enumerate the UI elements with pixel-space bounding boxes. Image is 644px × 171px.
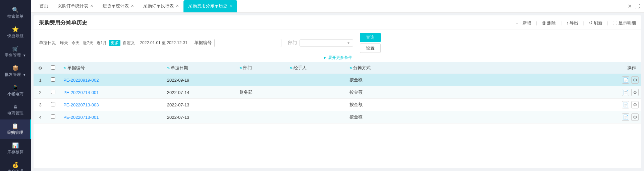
doc-no-link[interactable]: PE-20220714-001	[63, 90, 99, 95]
date-range-display: 2022-01-01 至 2022-12-31	[140, 40, 187, 46]
handler-cell	[286, 111, 345, 123]
date-filter-label: 单据日期	[39, 40, 56, 46]
page-header: 采购费用分摊单历史 ＋ + 新增 | 🗑 删除 | ↑ 导出 | ↺	[34, 15, 641, 29]
doc-no-input[interactable]	[214, 39, 281, 47]
purchase-icon: 📋	[1, 123, 29, 129]
doc-no-link[interactable]: PE-20220713-003	[63, 102, 99, 107]
handler-cell	[286, 74, 345, 86]
doc-date-cell: 2022-09-19	[163, 74, 235, 86]
doc-date-cell: 2022-07-14	[163, 86, 235, 99]
table-row: 2 PE-20220714-001 2022-07-14 财务部 按金额 📄 ⚙	[34, 86, 641, 99]
row-checkbox-cell[interactable]	[47, 86, 59, 99]
handler-cell	[286, 86, 345, 99]
row-num-cell: 3	[34, 99, 47, 111]
view-icon[interactable]: 📄	[622, 113, 629, 121]
shortcut-custom[interactable]: 自定义	[122, 40, 136, 46]
view-icon[interactable]: 📄	[622, 89, 629, 96]
export-button[interactable]: ↑ 导出	[567, 20, 579, 26]
col-doc-no[interactable]: ⇅ 单据编号	[59, 62, 163, 74]
sort-icon: ⇅	[239, 66, 242, 70]
more-ops-icon[interactable]: ⚙	[631, 101, 639, 108]
tab-goods-receipt-stats[interactable]: 进货单统计表 ✕	[98, 0, 139, 12]
export-icon: ↑	[567, 20, 569, 25]
shortcut-7days[interactable]: 近7天	[82, 40, 94, 46]
shortcut-today[interactable]: 今天	[70, 40, 80, 46]
sidebar-item-ecommerce[interactable]: 🖥 电商管理	[0, 100, 31, 119]
expand-more-btn[interactable]: ▼ 展开更多条件	[39, 55, 636, 61]
doc-no-link[interactable]: PE-20220713-001	[63, 115, 99, 120]
sidebar-item-miniapp[interactable]: 📱 小畅电商	[0, 81, 31, 100]
sidebar-item-wholesale[interactable]: 📦 批发管理 ▼	[0, 62, 31, 81]
row-checkbox[interactable]	[51, 90, 55, 94]
add-button[interactable]: ＋ + 新增	[515, 20, 531, 26]
sidebar-item-search[interactable]: 🔍 搜索菜单	[0, 3, 31, 23]
col-handler[interactable]: ⇅ 经手人	[286, 62, 345, 74]
sort-icon: ⇅	[63, 66, 66, 70]
tab-purchase-fee-history[interactable]: 采购费用分摊单历史 ✕	[183, 0, 237, 12]
col-doc-date[interactable]: ⇅ 单据日期	[163, 62, 235, 74]
tab-purchase-order-stats[interactable]: 采购订单统计表 ✕	[53, 0, 98, 12]
handler-cell	[286, 99, 345, 111]
search-icon: 🔍	[1, 7, 30, 13]
split-method-cell: 按金额	[345, 99, 585, 111]
view-icon[interactable]: 📄	[622, 76, 629, 84]
tab-close-purchase-fee-history[interactable]: ✕	[229, 4, 232, 8]
query-button[interactable]: 查询	[360, 33, 381, 42]
table-row: 1 PE-20220919-002 2022-09-19 按金额 📄 ⚙	[34, 74, 641, 86]
row-checkbox-cell[interactable]	[47, 111, 59, 123]
sidebar-item-inventory[interactable]: 📊 库存核算	[0, 139, 31, 158]
chevron-down-icon: ▼	[347, 41, 350, 45]
view-icon[interactable]: 📄	[622, 101, 629, 108]
tab-purchase-order-exec[interactable]: 采购订单执行表 ✕	[139, 0, 183, 12]
split-method-cell: 按金额	[345, 74, 585, 86]
delete-button[interactable]: 🗑 删除	[542, 20, 556, 26]
select-all-checkbox[interactable]	[51, 65, 55, 70]
col-dept[interactable]: ⇅ 部门	[235, 62, 286, 74]
col-action: 操作	[585, 62, 641, 74]
dept-cell	[235, 99, 286, 111]
tab-bar-right: ✕ ⛶	[628, 3, 640, 9]
shortcut-more[interactable]: 更多	[109, 40, 120, 46]
row-checkbox[interactable]	[51, 102, 55, 106]
setting-button[interactable]: 设置	[360, 44, 381, 53]
sidebar-item-retail[interactable]: 🛒 零售管理 ▼	[0, 42, 31, 62]
doc-date-cell: 2022-07-13	[163, 111, 235, 123]
row-checkbox-cell[interactable]	[47, 99, 59, 111]
doc-no-cell: PE-20220713-001	[59, 111, 163, 123]
doc-no-cell: PE-20220714-001	[59, 86, 163, 99]
action-cell: 📄 ⚙	[585, 86, 641, 99]
col-split-method[interactable]: ⇅ 分摊方式	[345, 62, 585, 74]
sidebar-item-purchase[interactable]: 📋 采购管理	[0, 119, 31, 139]
page-title: 采购费用分摊单历史	[39, 19, 87, 26]
dept-select[interactable]: ▼	[300, 39, 353, 47]
row-checkbox[interactable]	[51, 77, 55, 82]
miniapp-icon: 📱	[1, 84, 30, 91]
show-cols-toggle[interactable]: 显示明细	[613, 20, 636, 26]
dept-cell	[235, 111, 286, 123]
doc-no-link[interactable]: PE-20220919-002	[63, 78, 99, 83]
tab-close-goods-receipt-stats[interactable]: ✕	[131, 4, 134, 8]
close-window-icon[interactable]: ✕	[628, 3, 632, 9]
more-ops-icon[interactable]: ⚙	[631, 113, 639, 121]
more-ops-icon[interactable]: ⚙	[631, 76, 639, 84]
row-checkbox[interactable]	[51, 114, 55, 119]
show-cols-checkbox[interactable]	[613, 21, 617, 25]
shortcut-icon: ⭐	[1, 26, 30, 32]
tab-close-purchase-order-exec[interactable]: ✕	[176, 4, 179, 8]
shortcut-1month[interactable]: 近1月	[96, 40, 108, 46]
row-checkbox-cell[interactable]	[47, 74, 59, 86]
row-num-cell: 2	[34, 86, 47, 99]
more-ops-icon[interactable]: ⚙	[631, 89, 639, 96]
chevron-down-icon: ▼	[323, 56, 327, 60]
maximize-window-icon[interactable]: ⛶	[635, 3, 640, 9]
row-num-cell: 4	[34, 111, 47, 123]
sidebar-item-finance[interactable]: 💰 资金管理	[0, 158, 31, 171]
sidebar-item-shortcut[interactable]: ⭐ 快捷导航	[0, 23, 31, 42]
col-settings[interactable]: ⚙	[34, 62, 47, 74]
tab-home[interactable]: 首页	[35, 0, 53, 12]
tab-close-purchase-order-stats[interactable]: ✕	[90, 4, 93, 8]
query-buttons: 查询 设置	[360, 33, 381, 53]
refresh-button[interactable]: ↺ 刷新	[589, 20, 602, 26]
shortcut-yesterday[interactable]: 昨天	[59, 40, 69, 46]
tab-bar: 首页 采购订单统计表 ✕ 进货单统计表 ✕ 采购订单执行表 ✕ 采购费用分摊单历…	[31, 0, 644, 13]
